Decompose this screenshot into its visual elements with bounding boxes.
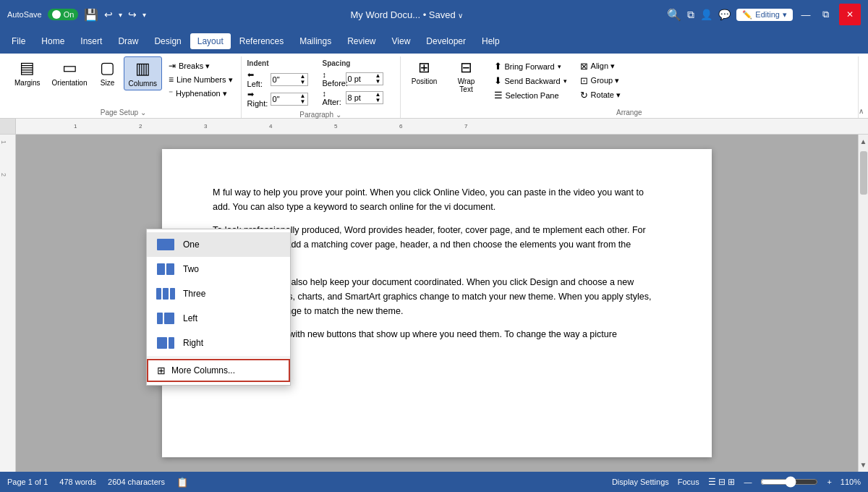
- scroll-track[interactable]: [860, 145, 867, 461]
- spacing-before-down[interactable]: ▼: [375, 79, 381, 85]
- ribbon-group-paragraph: Indent ⬅ Left: 0" ▲ ▼ ➡ Right:: [242, 56, 401, 118]
- close-btn[interactable]: ✕: [839, 4, 861, 25]
- spacing-before-input[interactable]: 0 pt ▲ ▼: [346, 72, 383, 85]
- position-wrap-container: ⊞ Position: [407, 56, 443, 88]
- status-bar-right: Display Settings Focus ☰ ⊟ ⊞ — + 110%: [612, 476, 861, 488]
- indent-right-down[interactable]: ▼: [300, 99, 306, 105]
- title-bar-right: 🔍 ⧉ 👤 💬 ✏️ Editing ▾ — ⧉ ✕: [667, 4, 861, 25]
- restore-btn[interactable]: ⧉: [819, 9, 833, 20]
- spacing-after-spin[interactable]: ▲ ▼: [375, 92, 381, 103]
- selection-pane-button[interactable]: ☰ Selection Pane: [490, 88, 571, 102]
- redo-icon[interactable]: ↪: [128, 9, 137, 20]
- columns-button[interactable]: ▥ Columns: [124, 56, 162, 90]
- menu-review[interactable]: Review: [340, 33, 383, 49]
- menu-developer[interactable]: Developer: [419, 33, 473, 49]
- minimize-btn[interactable]: —: [799, 9, 813, 20]
- bring-forward-button[interactable]: ⬆ Bring Forward ▾: [490, 59, 571, 73]
- document-title: My Word Docu... • Saved ∨: [350, 9, 463, 20]
- more-columns-icon: ⊞: [157, 365, 166, 376]
- breaks-button[interactable]: ⇥ Breaks ▾: [165, 59, 237, 72]
- character-count: 2604 characters: [108, 478, 165, 486]
- share-icon[interactable]: 👤: [700, 9, 712, 20]
- menu-view[interactable]: View: [385, 33, 418, 49]
- menu-file[interactable]: File: [4, 33, 33, 49]
- focus-button[interactable]: Focus: [678, 478, 699, 486]
- bring-forward-dropdown[interactable]: ▾: [558, 63, 561, 70]
- scroll-down-btn[interactable]: ▼: [860, 461, 867, 469]
- margins-icon: ▤: [20, 59, 35, 77]
- position-button[interactable]: ⊞ Position: [407, 56, 443, 88]
- ribbon-display-icon[interactable]: ⧉: [687, 9, 694, 21]
- undo-dropdown-icon[interactable]: ▾: [119, 11, 122, 19]
- columns-option-two[interactable]: Two: [147, 257, 290, 281]
- zoom-slider[interactable]: [760, 476, 818, 488]
- comments-icon[interactable]: 💬: [718, 9, 731, 20]
- indent-left-value: 0": [273, 75, 300, 84]
- orientation-label: Orientation: [52, 79, 88, 87]
- menu-layout[interactable]: Layout: [190, 33, 231, 49]
- indent-left-spin[interactable]: ▲ ▼: [300, 74, 306, 85]
- indent-right-spin[interactable]: ▲ ▼: [300, 93, 306, 105]
- zoom-slider-plus[interactable]: +: [827, 478, 831, 486]
- columns-two-icon: [156, 261, 176, 277]
- columns-option-left[interactable]: Left: [147, 306, 290, 331]
- zoom-slider-minus[interactable]: —: [744, 478, 752, 486]
- line-numbers-button[interactable]: ≡ Line Numbers ▾: [165, 73, 237, 86]
- menu-home[interactable]: Home: [34, 33, 72, 49]
- align-group-rotate-buttons: ⊠ Align ▾ ⊡ Group ▾ ↻ Rotate ▾: [576, 56, 624, 102]
- columns-option-one[interactable]: One: [147, 232, 290, 257]
- ribbon-collapse-btn[interactable]: ∧: [859, 107, 864, 115]
- more-columns-button[interactable]: ⊞ More Columns...: [147, 359, 290, 382]
- editing-button[interactable]: ✏️ Editing ▾: [736, 9, 793, 21]
- zoom-level[interactable]: 110%: [841, 478, 861, 486]
- ruler-mark-1: 1: [74, 123, 77, 130]
- view-mode-icons[interactable]: ☰ ⊟ ⊞: [708, 477, 736, 487]
- scroll-thumb[interactable]: [860, 151, 867, 195]
- menu-insert[interactable]: Insert: [73, 33, 109, 49]
- undo-icon[interactable]: ↩: [104, 9, 113, 20]
- align-label: Align ▾: [591, 62, 616, 71]
- columns-two-label: Two: [183, 264, 199, 274]
- menu-help[interactable]: Help: [475, 33, 507, 49]
- indent-spacing-container: Indent ⬅ Left: 0" ▲ ▼ ➡ Right:: [247, 59, 383, 108]
- proofing-icon[interactable]: 📋: [176, 477, 188, 488]
- spacing-after-down[interactable]: ▼: [375, 98, 381, 103]
- menu-draw[interactable]: Draw: [111, 33, 145, 49]
- indent-left-input[interactable]: 0" ▲ ▼: [271, 73, 308, 86]
- align-button[interactable]: ⊠ Align ▾: [576, 59, 624, 73]
- bring-forward-icon: ⬆: [494, 61, 502, 72]
- send-backward-button[interactable]: ⬇ Send Backward ▾: [490, 74, 571, 88]
- columns-icon: ▥: [135, 59, 150, 78]
- spacing-after-input[interactable]: 8 pt ▲ ▼: [346, 91, 383, 104]
- columns-option-three[interactable]: Three: [147, 281, 290, 306]
- menu-references[interactable]: References: [232, 33, 291, 49]
- doc-scroll-area[interactable]: M ful way to help you prove your point. …: [16, 135, 858, 472]
- send-backward-dropdown[interactable]: ▾: [563, 77, 567, 85]
- breaks-label: Breaks ▾: [179, 62, 210, 71]
- columns-option-right[interactable]: Right: [147, 331, 290, 355]
- menu-design[interactable]: Design: [147, 33, 188, 49]
- size-button[interactable]: ▢ Size: [95, 56, 121, 89]
- arrange-content: ⊞ Position ⊟ Wrap Text ⬆ Bring Forward ▾: [407, 56, 625, 107]
- spacing-before-spin[interactable]: ▲ ▼: [375, 73, 381, 85]
- rotate-button[interactable]: ↻ Rotate ▾: [576, 88, 624, 102]
- display-settings-button[interactable]: Display Settings: [612, 478, 669, 486]
- autosave-toggle[interactable]: On: [48, 9, 79, 20]
- title-dropdown[interactable]: ∨: [458, 12, 463, 20]
- scroll-up-btn[interactable]: ▲: [860, 137, 867, 145]
- orientation-button[interactable]: ▭ Orientation: [48, 56, 92, 89]
- menu-mailings[interactable]: Mailings: [292, 33, 339, 49]
- scrollbar-right[interactable]: ▲ ▼: [858, 135, 868, 472]
- group-button[interactable]: ⊡ Group ▾: [576, 74, 624, 88]
- hyphenation-button[interactable]: ⁻ Hyphenation ▾: [165, 87, 237, 100]
- indent-left-row: ⬅ Left: 0" ▲ ▼: [247, 70, 308, 88]
- margins-button[interactable]: ▤ Margins: [10, 56, 45, 89]
- wrap-text-button[interactable]: ⊟ Wrap Text: [448, 56, 485, 96]
- group-icon: ⊡: [580, 75, 588, 86]
- indent-left-down[interactable]: ▼: [300, 80, 306, 85]
- indent-right-input[interactable]: 0" ▲ ▼: [271, 93, 308, 106]
- search-icon[interactable]: 🔍: [667, 8, 681, 22]
- doc-area: 1 2 M ful way to help you prove your poi…: [0, 135, 868, 472]
- quick-access-dropdown[interactable]: ▾: [142, 11, 146, 19]
- save-icon[interactable]: 💾: [84, 8, 98, 22]
